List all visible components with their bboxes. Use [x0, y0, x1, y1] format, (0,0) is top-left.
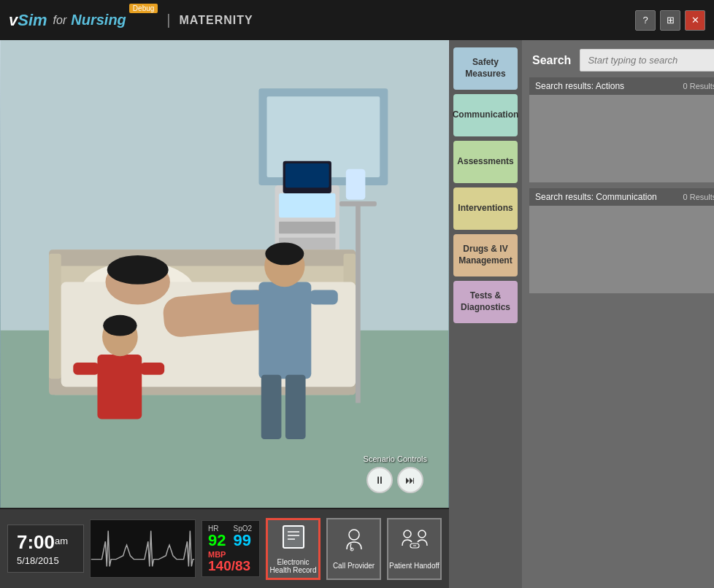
results-communication-section: Search results: Communication 0 Results [529, 188, 714, 293]
time-display: 7:00am 5/18/2015 [7, 525, 84, 573]
time-ampm: am [55, 535, 68, 546]
mbp-value: 140/83 [208, 559, 253, 573]
category-menu: Safety MeasuresCommunicationAssessmentsI… [449, 40, 522, 588]
svg-rect-23 [346, 169, 366, 200]
scenario-controls-label: Scenario Controls [364, 454, 427, 463]
category-item-safety[interactable]: Safety Measures [453, 47, 518, 90]
date-value: 5/18/2015 [17, 555, 74, 566]
ehr-button[interactable]: Electronic Health Record [266, 518, 320, 580]
search-panel: Search Search results: Actions 0 Results… [522, 40, 714, 588]
svg-point-19 [107, 255, 169, 285]
results-communication-count: 0 Results [683, 193, 714, 201]
search-label: Search [532, 54, 571, 67]
scenario-controls: Scenario Controls ⏸ ⏭ [364, 454, 427, 493]
category-item-interventions[interactable]: Interventions [453, 187, 518, 230]
debug-badge: Debug [129, 4, 158, 13]
svg-rect-28 [310, 290, 338, 305]
patient-handoff-button[interactable]: Patient Handoff [387, 518, 442, 580]
category-item-drugs[interactable]: Drugs & IV Management [453, 234, 518, 276]
pause-button[interactable]: ⏸ [366, 467, 393, 493]
status-bar: 7:00am 5/18/2015 HR 92 S [0, 508, 449, 588]
search-input[interactable] [580, 49, 714, 71]
app-logo: vSim [9, 11, 47, 30]
call-provider-icon [341, 527, 367, 559]
fast-forward-button[interactable]: ⏭ [397, 467, 423, 493]
right-panel: Safety MeasuresCommunicationAssessmentsI… [449, 40, 714, 588]
svg-rect-14 [49, 254, 61, 379]
svg-point-45 [418, 530, 426, 538]
search-results: Search results: Actions 0 Results Search… [522, 77, 714, 588]
time-value: 7:00 [17, 531, 55, 553]
patient-handoff-label: Patient Handoff [389, 562, 439, 570]
svg-rect-31 [97, 355, 142, 419]
app-maternity-text: MATERNITY [180, 14, 253, 27]
app-for-text: for [53, 14, 67, 27]
hr-value: 92 [208, 533, 226, 549]
search-header: Search [522, 40, 714, 77]
svg-rect-5 [279, 193, 335, 217]
svg-rect-12 [49, 249, 356, 266]
results-communication-header: Search results: Communication 0 Results [529, 188, 714, 206]
results-actions-body [529, 95, 714, 182]
main-content: Scenario Controls ⏸ ⏭ 7:00am 5/18/2015 [0, 40, 714, 588]
call-provider-button[interactable]: Call Provider [326, 518, 381, 580]
svg-rect-30 [285, 375, 306, 439]
help-button[interactable]: ? [635, 10, 656, 31]
category-item-communication[interactable]: Communication [453, 94, 518, 136]
svg-rect-10 [285, 163, 329, 187]
title-divider: | [166, 12, 170, 28]
svg-rect-21 [356, 201, 361, 403]
svg-rect-6 [279, 222, 335, 234]
svg-rect-34 [73, 363, 99, 375]
svg-point-44 [404, 530, 411, 538]
ecg-display [90, 519, 196, 578]
patient-handoff-icon [399, 527, 431, 559]
titlebar-left: vSim for Nursing Debug | MATERNITY [9, 11, 253, 30]
grid-button[interactable]: ⊞ [660, 10, 680, 31]
svg-rect-24 [258, 282, 311, 379]
svg-rect-22 [339, 201, 377, 206]
svg-rect-27 [231, 290, 261, 305]
results-communication-body [529, 206, 714, 293]
svg-point-33 [103, 315, 137, 336]
ehr-label: Electronic Health Record [268, 558, 318, 574]
spo2-value: 99 [233, 533, 252, 549]
category-item-tests[interactable]: Tests & Diagnostics [453, 281, 518, 323]
svg-rect-38 [283, 526, 304, 548]
call-provider-label: Call Provider [333, 562, 375, 570]
svg-rect-29 [261, 375, 282, 439]
results-actions-section: Search results: Actions 0 Results [529, 77, 714, 182]
results-actions-count: 0 Results [683, 82, 714, 90]
vitals-display: HR 92 SpO2 99 MBP 140/83 [201, 520, 260, 577]
svg-point-42 [349, 530, 359, 540]
titlebar: vSim for Nursing Debug | MATERNITY ? ⊞ ✕ [0, 0, 714, 40]
svg-rect-36 [91, 520, 194, 577]
simulation-area: Scenario Controls ⏸ ⏭ 7:00am 5/18/2015 [0, 40, 449, 588]
results-actions-header: Search results: Actions 0 Results [529, 77, 714, 95]
sim-viewport: Scenario Controls ⏸ ⏭ [0, 40, 449, 508]
results-communication-label: Search results: Communication [535, 192, 657, 202]
control-buttons: ⏸ ⏭ [364, 467, 427, 493]
svg-point-26 [265, 242, 304, 265]
ehr-icon [280, 524, 307, 555]
results-actions-label: Search results: Actions [535, 81, 624, 91]
titlebar-buttons: ? ⊞ ✕ [635, 10, 705, 31]
category-item-assessments[interactable]: Assessments [453, 141, 518, 183]
svg-rect-35 [140, 363, 164, 375]
app-nursing-text: Nursing [71, 12, 126, 28]
close-button[interactable]: ✕ [685, 10, 705, 31]
